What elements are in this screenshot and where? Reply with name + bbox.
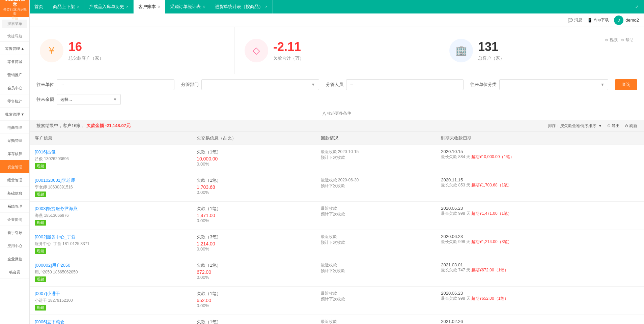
user-menu[interactable]: D demo2 <box>614 16 639 25</box>
customer-tag-0: 现销 <box>35 163 46 169</box>
cell-collection-2: 最近收款 预计下次收款 <box>316 202 436 230</box>
overdue-amount-link-2[interactable]: 超期¥1,471.00（1笔） <box>471 211 512 216</box>
refresh-button[interactable]: ⊙ 刷新 <box>625 123 637 129</box>
overdue-amount-link-3[interactable]: 超期¥1,214.00（3笔） <box>471 239 512 244</box>
overdue-amount-link-1[interactable]: 超期¥1,703.68（1笔） <box>471 183 512 187</box>
sidebar-item-retail-mgmt[interactable]: 零售管理 ▲ <box>0 42 29 55</box>
sidebar-item-finance[interactable]: 资金管理 <box>0 160 29 173</box>
tab-import-stats[interactable]: 进货单统计表（按商品）× <box>210 0 273 13</box>
cell-customer-info-4: [000002]用户2050 用户2050 18665062050 现销 <box>30 258 192 287</box>
table-row: [0003]畅捷服务尹海燕 海燕 18513066976 现销 欠款（1笔） 1… <box>30 202 644 230</box>
stat-help-actions: ⊙ 视频 ⊙ 帮助 <box>605 34 634 43</box>
category-select[interactable]: ▼ <box>499 79 608 90</box>
customer-name-link-2[interactable]: [0003]畅捷服务尹海燕 <box>35 206 187 212</box>
customer-name-link-4[interactable]: [000002]用户2050 <box>35 262 187 268</box>
dept-select[interactable]: ▼ <box>201 79 319 90</box>
filter-balance: 往来余额 选择... ▼ <box>36 94 121 105</box>
debt-amount-0[interactable]: 10,000.00 <box>197 156 310 161</box>
sidebar-item-basic-info[interactable]: 基础信息 <box>0 186 29 200</box>
refresh-icon: ⊙ <box>625 123 628 128</box>
sidebar-item-retail-stats[interactable]: 零售统计 <box>0 94 29 108</box>
due-date-6: 2021.02.26 <box>441 319 639 324</box>
app-download-button[interactable]: 📱 App下载 <box>587 17 609 23</box>
sidebar-item-collab[interactable]: 企业协同 <box>0 213 29 226</box>
cell-customer-info-2: [0003]畅捷服务尹海燕 海燕 18513066976 现销 <box>30 202 192 230</box>
sidebar-item-system[interactable]: 系统管理 <box>0 200 29 213</box>
cell-collection-5: 最近收款 预计下次收款 <box>316 287 436 315</box>
sidebar-item-label: 新手引导 <box>2 230 28 235</box>
sidebar-item-label: 企业协同 <box>2 217 28 222</box>
manager-input[interactable]: ··· <box>346 79 464 90</box>
tab-home[interactable]: 首页 <box>30 0 48 13</box>
minimize-button[interactable]: — <box>622 3 631 10</box>
customer-name-link-0[interactable]: [0016]吕俊 <box>35 149 187 155</box>
sidebar-item-wecom[interactable]: 企业微信 <box>0 252 29 265</box>
customer-name-link-5[interactable]: [0007]小进干 <box>35 291 187 297</box>
sidebar-item-vip[interactable]: 畅会员 <box>0 265 29 278</box>
last-collection-3: 最近收款 <box>321 234 431 240</box>
tab-close-icon[interactable]: × <box>265 4 268 9</box>
debt-amount-4[interactable]: 672.00 <box>197 269 310 275</box>
overdue-amount-link-4[interactable]: 超期¥672.00（1笔） <box>471 268 508 272</box>
cell-customer-info-3: [0002]服务中心_丁磊 服务中心_丁磊 181 0125 8371 现销 <box>30 230 192 258</box>
sidebar-item-label: 营销推广 <box>2 72 28 78</box>
sidebar-item-purchase[interactable]: 采购管理 <box>0 134 29 147</box>
user-avatar: D <box>614 16 623 25</box>
app-logo: 畅捷通好生意 母婴行业演示账套 示范 <box>0 0 29 17</box>
debt-amount-5[interactable]: 652.00 <box>197 298 310 303</box>
collapse-button[interactable]: ⋀ 收起更多条件 <box>323 111 351 116</box>
debt-amount-3[interactable]: 1,214.00 <box>197 241 310 246</box>
sidebar-item-retail-mall[interactable]: 零售商城 <box>0 55 29 68</box>
building-icon-block: 🏢 <box>449 39 473 62</box>
tab-customer-account[interactable]: 客户账本× <box>134 0 165 13</box>
customer-name-link-6[interactable]: [0006]去下粮仓 <box>35 319 187 324</box>
cell-debt-0: 欠款（1笔） 10,000.00 0.00% <box>192 145 315 173</box>
search-button[interactable]: 查询 <box>615 79 637 90</box>
search-menu-button[interactable]: 搜索菜单 <box>2 20 27 28</box>
customer-contact-4: 用户2050 18665062050 <box>35 269 187 275</box>
debt-amount-1[interactable]: 1,703.68 <box>197 184 310 190</box>
sidebar-item-operations[interactable]: 经营管理 <box>0 173 29 186</box>
export-button[interactable]: ⊙ 导出 <box>607 123 620 129</box>
overdue-amount-link-0[interactable]: 超期¥10,000.00（1笔） <box>471 154 514 159</box>
tab-close-icon[interactable]: × <box>126 4 129 9</box>
overdue-amount-link-5[interactable]: 超期¥652.00（1笔） <box>471 296 508 301</box>
debt-amount-2[interactable]: 1,471.00 <box>197 213 310 218</box>
sidebar-item-apps[interactable]: 应用中心 <box>0 239 29 252</box>
sidebar-item-label: 电商管理 <box>2 125 28 130</box>
sidebar-item-guide[interactable]: 新手引导 <box>0 226 29 239</box>
stat-content-total: 131 总客户（家） <box>478 39 600 61</box>
last-collection-1: 最近收款 2020-06-30 <box>321 177 431 183</box>
tab-close-icon[interactable]: × <box>203 4 205 9</box>
sort-selector[interactable]: 排序：按欠款金额倒序排序 ▼ <box>548 123 602 129</box>
stat-value-total: 131 <box>478 39 600 54</box>
customer-name-link-3[interactable]: [0002]服务中心_丁磊 <box>35 234 187 240</box>
maximize-button[interactable]: ⤢ <box>633 3 641 10</box>
counterparty-input[interactable]: ··· <box>57 79 174 90</box>
tab-warehouse-history[interactable]: 产成品入库单历史× <box>84 0 134 13</box>
tab-product-listing[interactable]: 商品上下架× <box>48 0 84 13</box>
sidebar-item-inventory[interactable]: 库存核算 <box>0 147 29 160</box>
message-button[interactable]: 💬 消息 <box>568 17 582 23</box>
tab-purchase-stats[interactable]: 采购订单统计表× <box>165 0 210 13</box>
sidebar-item-member[interactable]: 会员中心 <box>0 81 29 94</box>
sidebar-item-label: 采购管理 <box>2 138 28 143</box>
sidebar-item-wholesale[interactable]: 批发管理 ▼ <box>0 108 29 121</box>
balance-select[interactable]: 选择... ▼ <box>57 94 121 105</box>
sidebar-item-label: 资金管理 <box>2 165 28 170</box>
customer-name-link-1[interactable]: [0001020001]李老师 <box>35 177 187 183</box>
cell-overdue-2: 2020.06.23 最长欠款 998 天 超期¥1,471.00（1笔） <box>436 202 644 230</box>
help-button[interactable]: ⊙ 帮助 <box>621 37 634 43</box>
sidebar-item-marketing[interactable]: 营销推广 <box>0 68 29 81</box>
message-icon: 💬 <box>568 18 573 23</box>
tab-close-icon[interactable]: × <box>77 4 79 9</box>
filter-dept: 分管部门 ▼ <box>181 79 319 90</box>
sidebar-item-ecommerce[interactable]: 电商管理 <box>0 121 29 134</box>
video-button[interactable]: ⊙ 视频 <box>605 37 617 43</box>
filter-label-counterparty: 往来单位 <box>36 82 54 88</box>
quick-nav-item[interactable]: 快捷导航 <box>0 31 29 42</box>
tab-close-icon[interactable]: × <box>158 4 160 9</box>
cell-overdue-4: 2021.03.01 最长欠款 747 天 超期¥672.00（1笔） <box>436 258 644 287</box>
cell-overdue-0: 2020.10.15 最长欠款 884 天 超期¥10,000.00（1笔） <box>436 145 644 173</box>
stat-block-debt-customers: ¥ 16 总欠款客户（家） <box>30 27 234 74</box>
